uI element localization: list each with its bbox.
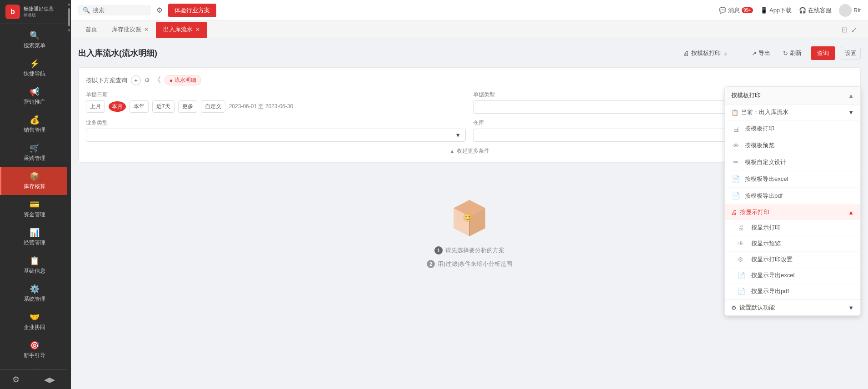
date-custom-btn[interactable]: 自定义 (201, 100, 225, 113)
export-excel-display-menu-item[interactable]: 📄 按显示导出excel (725, 268, 860, 284)
online-service-label: 在线客服 (808, 6, 832, 15)
sidebar-item-marketing[interactable]: 📢 营销推广 (0, 82, 67, 110)
date-this-year-btn[interactable]: 本年 (130, 100, 149, 113)
user-area[interactable]: Rit (839, 4, 861, 17)
current-template-arrow[interactable]: ▼ (848, 109, 854, 116)
export-pdf-template-menu-label: 按模板导出pdf (745, 192, 783, 200)
export-excel-display-menu-label: 按显示导出excel (751, 271, 794, 279)
sidebar-icon-enterprise: 🤝 (30, 312, 40, 322)
empty-step-2-text: 用[过滤]条件来缩小分析范围 (438, 260, 512, 268)
topbar-settings-icon[interactable]: ⚙ (156, 6, 163, 15)
preview-display-menu-item[interactable]: 👁 按显示预览 (725, 236, 860, 252)
refresh-btn[interactable]: ↻ 刷新 (779, 47, 805, 59)
sidebar-item-guide[interactable]: 🎯 新手引导 (0, 336, 67, 364)
refresh-label: 刷新 (790, 49, 802, 57)
filter-add-btn[interactable]: + (131, 75, 141, 85)
filter-collapse-left-icon[interactable]: 《 (154, 75, 161, 85)
sidebar-item-enterprise[interactable]: 🤝 企业协同 (0, 308, 67, 336)
sidebar-item-inventory[interactable]: 📦 库存核算 (0, 167, 67, 195)
display-print-section[interactable]: 🖨 按显示打印 ▲ (725, 204, 860, 220)
print-template-icon: 🖨 (731, 125, 740, 133)
sidebar-icon-finance: 💳 (30, 199, 40, 209)
export-pdf-display-menu-label: 按显示导出pdf (751, 287, 789, 295)
date-this-month-btn[interactable]: 本月 (109, 101, 126, 112)
sidebar-label-guide: 新手引导 (24, 352, 45, 359)
app-download-btn[interactable]: 📱 App下载 (760, 6, 792, 15)
sidebar-item-purchase[interactable]: 🛒 采购管理 (0, 139, 67, 167)
dropdown-header-title: 按模板打印 (731, 91, 761, 100)
filter-tag-icon: ● (170, 77, 173, 84)
print-template-btn[interactable]: 🖨 按模板打印 ▲ (680, 47, 732, 59)
sidebar-item-sales[interactable]: 💰 销售管理 (0, 110, 67, 139)
settings-display-menu-item[interactable]: ⚙ 按显示打印设置 (725, 252, 860, 268)
notification-btn[interactable]: 💬 消息 99+ (719, 6, 753, 15)
sidebar-gear-icon[interactable]: ⚙ (12, 374, 20, 384)
date-filter-group: 单据日期 上月 本月 本年 近7天 更多 自定义 2023-06-01 至 20… (86, 91, 466, 113)
export-excel-template-icon: 📄 (731, 175, 740, 183)
tab-restore-icon[interactable]: ⊡ (842, 25, 848, 34)
sidebar-item-search[interactable]: 🔍 搜索菜单 (0, 26, 67, 54)
collapse-btn[interactable]: ▲ 收起更多条件 (449, 147, 489, 155)
export-btn[interactable]: ↗ 导出 (748, 47, 774, 59)
dropdown-header-up-icon[interactable]: ▲ (848, 92, 854, 99)
date-last-month-btn[interactable]: 上月 (86, 100, 105, 113)
tab-home[interactable]: 首页 (78, 22, 105, 38)
sidebar-label-operation: 经营管理 (24, 239, 45, 247)
app-name: 畅捷通好生意 (24, 5, 54, 12)
sidebar-label-enterprise: 企业协同 (24, 324, 45, 331)
sidebar-label-purchase: 采购管理 (24, 155, 45, 162)
sidebar-label-inventory: 库存核算 (24, 183, 45, 190)
customize-template-menu-item[interactable]: ✏ 模板自定义设计 (725, 154, 860, 171)
footer-label: 设置默认功能 (739, 304, 775, 312)
preview-display-menu-label: 按显示预览 (751, 239, 781, 248)
tab-inventory-batch[interactable]: 库存批次账 ✕ (105, 22, 156, 38)
tabbar: 首页 库存批次账 ✕ 出入库流水 ✕ ⊡ ⤢ (71, 21, 868, 39)
headset-icon: 🎧 (799, 7, 806, 14)
sidebar-item-system[interactable]: ⚙️ 系统管理 (0, 279, 67, 308)
sidebar-item-basic[interactable]: 📋 基础信息 (0, 251, 67, 279)
date-more-btn[interactable]: 更多 (178, 100, 197, 113)
business-type-select[interactable]: ▼ (86, 129, 466, 142)
settings-display-menu-label: 按显示打印设置 (751, 255, 793, 264)
export-pdf-template-menu-item[interactable]: 📄 按模板导出pdf (725, 188, 860, 204)
industry-btn[interactable]: 体验行业方案 (168, 4, 216, 17)
settings-btn[interactable]: 设置 (841, 47, 861, 60)
sidebar-collapse-icon[interactable]: ◀▶ (44, 375, 55, 384)
sidebar-item-operation[interactable]: 📊 经营管理 (0, 223, 67, 251)
sidebar-item-apps[interactable]: 🔲 应用中心 (0, 364, 67, 369)
preview-template-menu-item[interactable]: 👁 按模板预览 (725, 137, 860, 154)
query-btn[interactable]: 查询 (811, 46, 835, 60)
print-template-menu-item[interactable]: 🖨 按模板打印 (725, 120, 860, 137)
print-display-menu-item[interactable]: 🖨 按显示打印 (725, 220, 860, 236)
sidebar-icon-basic: 📋 (30, 256, 40, 266)
sidebar-item-shortcut[interactable]: ⚡ 快捷导航 (0, 54, 67, 82)
dropdown-footer[interactable]: ⚙ 设置默认功能 ▼ (725, 299, 860, 315)
notification-icon: 💬 (719, 7, 726, 14)
sidebar-label-shortcut: 快捷导航 (24, 70, 45, 78)
export-excel-display-icon: 📄 (738, 272, 747, 279)
sidebar-label-search: 搜索菜单 (24, 42, 45, 50)
tab-inout-flow-close[interactable]: ✕ (195, 26, 200, 33)
sidebar-icon-guide: 🎯 (30, 340, 40, 350)
online-service-btn[interactable]: 🎧 在线客服 (799, 6, 832, 15)
date-7days-btn[interactable]: 近7天 (152, 100, 175, 113)
export-icon: ↗ (752, 50, 757, 57)
tab-expand-icon[interactable]: ⤢ (851, 25, 857, 34)
export-pdf-display-menu-item[interactable]: 📄 按显示导出pdf (725, 284, 860, 299)
empty-step-1-text: 请先选择要分析的方案 (445, 246, 504, 254)
filter-tag-label: 流水明细 (175, 76, 196, 84)
search-input[interactable] (93, 7, 138, 14)
export-excel-template-menu-item[interactable]: 📄 按模板导出excel (725, 171, 860, 188)
tab-inventory-batch-close[interactable]: ✕ (144, 26, 149, 33)
export-pdf-display-icon: 📄 (738, 288, 747, 295)
sidebar-icon-system: ⚙️ (30, 284, 40, 294)
tab-inout-flow[interactable]: 出入库流水 ✕ (156, 22, 207, 38)
step-num-1: 1 (434, 246, 443, 254)
topbar: 🔍 ⚙ 体验行业方案 💬 消息 99+ 📱 App下载 🎧 在线客服 (71, 0, 868, 21)
sidebar-item-finance[interactable]: 💳 资金管理 (0, 195, 67, 223)
preview-display-icon: 👁 (738, 240, 747, 247)
collapse-btn-label: 收起更多条件 (457, 147, 489, 155)
search-box[interactable]: 🔍 (78, 5, 151, 15)
filter-settings-icon[interactable]: ⚙ (145, 77, 150, 84)
dropdown-current-template: 📋 当前：出入库流水 ▼ (725, 105, 860, 120)
